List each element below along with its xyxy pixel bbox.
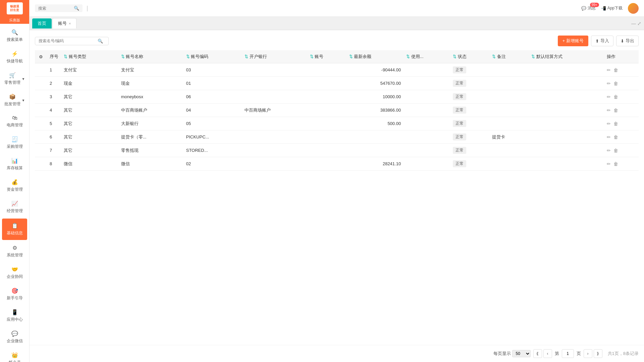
sidebar-item-basic-info[interactable]: 📋 基础信息 [2,219,27,240]
edit-icon[interactable]: ✏ [607,81,611,86]
col-settings[interactable]: ⚙ [35,50,47,63]
sidebar-item-operation-mgmt[interactable]: 📈 经营管理 [0,196,29,218]
account-search-input[interactable] [39,39,96,43]
col-status[interactable]: ⇅ 状态 [450,50,489,63]
cell-remark: 提货卡 [489,130,529,144]
cell-usage [404,130,450,144]
edit-icon[interactable]: ✏ [607,121,611,126]
edit-icon[interactable]: ✏ [607,94,611,100]
sidebar-item-new-guide[interactable]: 🎯 新手引导 [0,284,29,305]
cell-usage [404,117,450,130]
col-code[interactable]: ⇅ 账号编码 [183,50,242,63]
user-avatar[interactable] [628,3,639,14]
cell-type: 其它 [61,117,118,130]
sidebar-item-label: 零售管理 [4,80,20,85]
sidebar-item-inventory-calc[interactable]: 📊 库存核算 [0,154,29,175]
sidebar-item-label: 应用中心 [7,317,23,322]
cell-balance: -90444.00 [346,63,404,77]
edit-icon[interactable]: ✏ [607,161,611,167]
delete-icon[interactable]: 🗑 [613,148,618,153]
col-type-label: 账号类型 [69,54,86,59]
topbar-search-input[interactable] [38,6,72,11]
edit-icon[interactable]: ✏ [607,148,611,153]
sidebar-item-label: 畅会员 [9,360,21,362]
quick-nav-icon: ⚡ [11,51,18,57]
delete-icon[interactable]: 🗑 [613,161,618,167]
sidebar-item-app-center[interactable]: 📱 应用中心 [0,305,29,326]
sidebar-item-wholesale-mgmt[interactable]: 📦 批发管理 ▼ [0,89,29,111]
delete-icon[interactable]: 🗑 [613,94,618,100]
page-input[interactable] [562,349,574,358]
messages-button[interactable]: 💬 消息 99+ [581,5,596,11]
sidebar-item-label: 搜索菜单 [7,37,23,43]
sidebar-item-search-menu[interactable]: 🔍 搜索菜单 [0,25,29,47]
edit-icon[interactable]: ✏ [607,134,611,140]
sidebar-item-retail-mgmt[interactable]: 🛒 零售管理 ▼ [0,68,29,89]
sidebar-item-enterprise-agreement[interactable]: 🤝 企业协同 [0,262,29,284]
cell-status: 正常 [450,77,489,90]
delete-icon[interactable]: 🗑 [613,67,618,73]
col-account[interactable]: ⇅ 账号 [307,50,346,63]
cell-balance [346,130,404,144]
topbar-right: 💬 消息 99+ 📲 App下载 [581,3,639,14]
table-header: ⚙ 序号 ⇅ 账号类型 ⇅ 账号名称 ⇅ 账号编码 [35,50,639,63]
sidebar-item-system-mgmt[interactable]: ⚙ 系统管理 [0,241,29,262]
edit-icon[interactable]: ✏ [607,108,611,113]
delete-icon[interactable]: 🗑 [613,134,618,140]
col-status-label: 状态 [458,54,467,59]
page-size-selector[interactable]: 每页显示 50 100 200 [493,350,531,357]
tab-home-label: 首页 [38,20,46,26]
cell-settings [35,77,47,90]
col-name-label: 账号名称 [126,54,143,59]
col-usage[interactable]: ⇅ 使用... [404,50,450,63]
first-page-button[interactable]: ⟪ [533,349,542,358]
prev-page-button[interactable]: ‹ [543,349,552,358]
delete-icon[interactable]: 🗑 [613,108,618,113]
wholesale-mgmt-icon: 📦 [9,94,16,100]
cell-name: 大新银行 [118,117,183,130]
cell-remark [489,63,529,77]
next-page-button[interactable]: › [584,349,592,358]
export-button[interactable]: ⬇ 导出 [616,36,639,46]
sidebar-item-ecommerce-mgmt[interactable]: 🛍 电商管理 [0,111,29,132]
col-type[interactable]: ⇅ 账号类型 [61,50,118,63]
sidebar-item-purchase-mgmt[interactable]: 🧾 采购管理 [0,132,29,154]
topbar-search-box[interactable]: 🔍 [35,4,83,12]
cell-balance: 547670.00 [346,77,404,90]
delete-icon[interactable]: 🗑 [613,81,618,86]
col-usage-label: 使用... [411,54,424,59]
table-body: 1 支付宝 支付宝 03 -90444.00 正常 ✏ 🗑 2 现金 现金 01 [35,63,639,171]
col-balance[interactable]: ⇅ 最新余额 [346,50,404,63]
cell-code: 06 [183,90,242,104]
cell-default-settlement [529,130,604,144]
import-button[interactable]: ⬆ 导入 [591,36,613,46]
cell-remark [489,144,529,157]
sidebar-item-vip-member[interactable]: 👑 畅会员 [0,348,29,362]
tab-home[interactable]: 首页 [32,18,52,28]
tab-close-icon[interactable]: × [69,21,71,25]
cell-name: moneybosx [118,90,183,104]
last-page-button[interactable]: ⟫ [594,349,602,358]
cell-actions: ✏ 🗑 [604,130,639,144]
app-download-button[interactable]: 📲 App下载 [601,5,623,11]
col-remark[interactable]: ⇅ 备注 [489,50,529,63]
col-default-settlement[interactable]: ⇅ 默认结算方式 [529,50,604,63]
edit-icon[interactable]: ✏ [607,67,611,73]
add-account-button[interactable]: + 新增账号 [558,36,588,46]
tab-expand-icon[interactable]: ⤢ [637,21,641,26]
cell-type: 其它 [61,144,118,157]
page-size-select[interactable]: 50 100 200 [512,350,531,357]
delete-icon[interactable]: 🗑 [613,121,618,126]
sidebar-item-quick-nav[interactable]: ⚡ 快捷导航 [0,47,29,68]
inventory-calc-icon: 📊 [11,158,18,164]
sidebar-item-enterprise-wechat[interactable]: 💬 企业微信 [0,326,29,348]
topbar-search-icon: 🔍 [74,6,79,11]
col-name[interactable]: ⇅ 账号名称 [118,50,183,63]
tab-minimize-icon[interactable]: — [631,21,636,26]
cell-code: 05 [183,117,242,130]
col-bank[interactable]: ⇅ 开户银行 [242,50,307,63]
account-search-box[interactable]: 🔍 [35,37,109,45]
sidebar-item-fund-mgmt[interactable]: 💰 资金管理 [0,175,29,196]
sidebar-item-label: 经营管理 [7,208,23,214]
tab-account[interactable]: 账号 × [52,18,76,28]
